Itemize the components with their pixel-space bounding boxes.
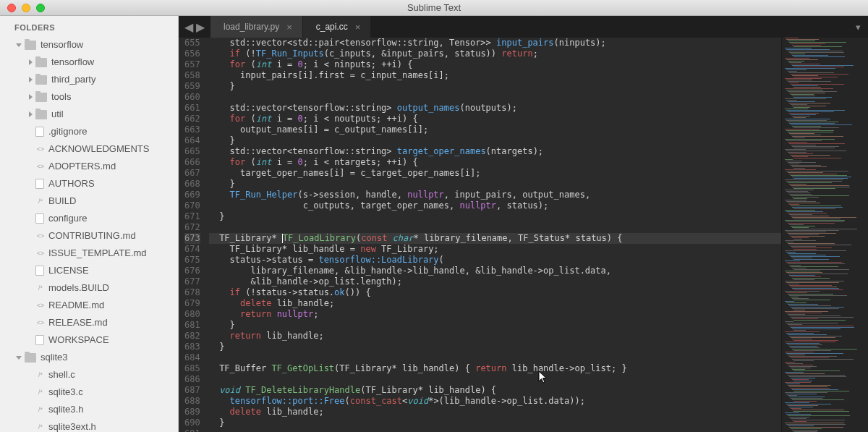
tree-item-label: WORKSPACE (48, 333, 109, 347)
tree-item-label: sqlite3 (41, 350, 68, 365)
code-line[interactable]: } (209, 135, 781, 146)
tab-close-icon[interactable]: × (355, 22, 361, 33)
folder-icon (25, 353, 36, 363)
code-line[interactable]: if (!status->status.ok()) { (209, 287, 781, 298)
code-line[interactable]: TF_Library* lib_handle = new TF_Library; (209, 244, 781, 255)
line-number: 668 (184, 179, 200, 190)
file-item[interactable]: .gitignore (0, 123, 178, 140)
code-line[interactable] (209, 374, 781, 385)
file-item[interactable]: /*sqlite3.c (0, 384, 178, 401)
code-line[interactable]: delete lib_handle; (209, 298, 781, 309)
tree-item-label: README.md (48, 298, 104, 313)
filetype-icon: <> (35, 142, 46, 156)
code-editor[interactable]: std::vector<std::pair<tensorflow::string… (209, 38, 781, 432)
file-item[interactable]: WORKSPACE (0, 331, 178, 349)
file-item[interactable]: LICENSE (0, 262, 178, 279)
zoom-window-icon[interactable] (36, 4, 45, 12)
tab-load_library-py[interactable]: load_library.py× (210, 16, 303, 38)
folder-item[interactable]: sqlite3 (0, 349, 178, 366)
tab-label: c_api.cc (316, 22, 348, 32)
code-line[interactable] (209, 352, 781, 363)
code-line[interactable] (209, 428, 781, 432)
code-line[interactable]: } (209, 320, 781, 331)
code-line[interactable]: return nullptr; (209, 309, 781, 320)
file-item[interactable]: <>ADOPTERS.md (0, 158, 178, 175)
tabbar-menu-icon[interactable]: ▾ (848, 16, 868, 38)
filetype-icon: /* (35, 402, 46, 417)
line-number: 675 (184, 255, 200, 266)
tab-label: load_library.py (224, 22, 279, 32)
file-item[interactable]: /*BUILD (0, 192, 178, 210)
folder-icon (25, 41, 36, 50)
file-item[interactable]: <>README.md (0, 297, 178, 314)
code-line[interactable]: output_names[i] = c_output_names[i]; (209, 124, 781, 135)
code-line[interactable]: } (209, 81, 781, 92)
line-number: 659 (184, 81, 200, 92)
file-item[interactable]: AUTHORS (0, 175, 178, 192)
sidebar-header: FOLDERS (0, 20, 178, 36)
file-item[interactable]: <>ACKNOWLEDGMENTS (0, 140, 178, 158)
file-item[interactable]: /*sqlite3.h (0, 401, 178, 418)
code-line[interactable]: } (209, 211, 781, 222)
line-number: 690 (184, 418, 200, 428)
code-line[interactable]: TF_Buffer TF_GetOpList(TF_Library* lib_h… (209, 363, 781, 374)
code-line[interactable]: for (int i = 0; i < ninputs; ++i) { (209, 59, 781, 70)
minimap[interactable] (781, 38, 868, 432)
file-item[interactable]: /*models.BUILD (0, 279, 178, 297)
nav-back-icon[interactable]: ◀ (184, 20, 193, 34)
code-line[interactable]: c_outputs, target_oper_names, nullptr, s… (209, 200, 781, 211)
folder-item[interactable]: third_party (0, 71, 178, 88)
code-line[interactable]: std::vector<std::pair<tensorflow::string… (209, 38, 781, 48)
nav-forward-icon[interactable]: ▶ (196, 20, 205, 34)
code-line[interactable]: delete lib_handle; (209, 407, 781, 418)
folder-item[interactable]: tools (0, 88, 178, 106)
code-line[interactable]: &lib_handle->op_list.length); (209, 276, 781, 287)
folder-item[interactable]: tensorflow (0, 54, 178, 71)
tab-c_api-cc[interactable]: c_api.cc× (303, 16, 372, 38)
code-line[interactable]: for (int i = 0; i < noutputs; ++i) { (209, 114, 781, 124)
code-line[interactable]: for (int i = 0; i < ntargets; ++i) { (209, 157, 781, 168)
code-line[interactable]: target_oper_names[i] = c_target_oper_nam… (209, 168, 781, 179)
close-window-icon[interactable] (7, 4, 16, 12)
code-line[interactable]: library_filename, &lib_handle->lib_handl… (209, 266, 781, 276)
line-number: 683 (184, 342, 200, 352)
tree-item-label: sqlite3ext.h (48, 420, 96, 432)
tab-close-icon[interactable]: × (286, 22, 292, 33)
code-line[interactable] (209, 222, 781, 233)
minimize-window-icon[interactable] (22, 4, 30, 12)
line-number: 682 (184, 331, 200, 342)
code-line[interactable]: } (209, 342, 781, 352)
code-line[interactable]: TF_Run_Helper(s->session, handle, nullpt… (209, 190, 781, 200)
tree-item-label: .gitignore (48, 124, 87, 139)
folder-item[interactable]: tensorflow (0, 36, 178, 54)
file-item[interactable]: <>RELEASE.md (0, 314, 178, 331)
filetype-icon: /* (35, 194, 46, 208)
filetype-icon: <> (35, 229, 46, 243)
code-line[interactable]: TF_Library* TF_LoadLibrary(const char* l… (209, 233, 781, 244)
code-line[interactable]: tensorflow::port::Free(const_cast<void*>… (209, 396, 781, 407)
file-item[interactable]: /*shell.c (0, 366, 178, 384)
file-item[interactable]: <>ISSUE_TEMPLATE.md (0, 245, 178, 262)
code-line[interactable]: void TF_DeleteLibraryHandle(TF_Library* … (209, 385, 781, 396)
code-line[interactable]: } (209, 418, 781, 428)
filetype-icon: <> (35, 298, 46, 313)
file-item[interactable]: configure (0, 210, 178, 227)
line-number: 671 (184, 211, 200, 222)
line-number: 663 (184, 124, 200, 135)
file-tree: tensorflowtensorflowthird_partytoolsutil… (0, 36, 178, 432)
code-line[interactable]: return lib_handle; (209, 331, 781, 342)
code-line[interactable] (209, 92, 781, 103)
file-item[interactable]: <>CONTRIBUTING.md (0, 227, 178, 245)
folder-icon (35, 93, 47, 102)
folder-item[interactable]: util (0, 106, 178, 123)
code-line[interactable]: input_pairs[i].first = c_input_names[i]; (209, 70, 781, 81)
titlebar: Sublime Text (0, 0, 868, 16)
line-number: 667 (184, 168, 200, 179)
code-line[interactable]: } (209, 179, 781, 190)
code-line[interactable]: status->status = tensorflow::LoadLibrary… (209, 255, 781, 266)
code-line[interactable]: if (!TF_Run_Inputs(c_inputs, &input_pair… (209, 48, 781, 59)
code-line[interactable]: std::vector<tensorflow::string> target_o… (209, 146, 781, 157)
line-number-gutter: 6556566576586596606616626636646656666676… (179, 38, 209, 432)
code-line[interactable]: std::vector<tensorflow::string> output_n… (209, 103, 781, 114)
file-item[interactable]: /*sqlite3ext.h (0, 418, 178, 432)
